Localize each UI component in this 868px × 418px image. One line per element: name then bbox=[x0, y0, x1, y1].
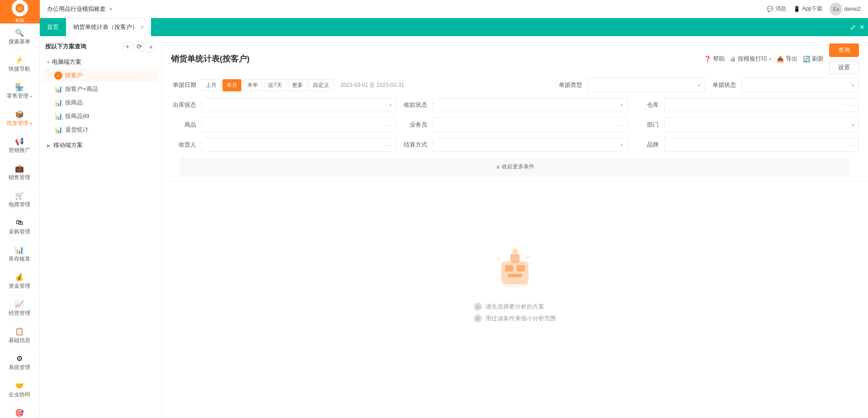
sidebar-item-13[interactable]: 🤝 企业协同 bbox=[7, 376, 33, 404]
refresh-scheme-button[interactable]: ⟳ bbox=[134, 42, 144, 52]
tree-group-arrow-0: ▾ bbox=[47, 60, 49, 65]
salesperson-label: 业务员 bbox=[402, 121, 427, 129]
industry-title: 办公用品行业模拟账套 bbox=[47, 5, 106, 13]
sidebar-item-12[interactable]: ⚙ 系统管理 bbox=[7, 349, 33, 376]
left-panel: 按以下方案查询 + ⟳ « ▾ 电脑端方案 ✓按客户📊按客户+商品📊按商品📊按商… bbox=[40, 36, 162, 418]
menu-icon-7: 🛍 bbox=[15, 218, 24, 227]
menu-label-3: 批发管理 ▲ bbox=[7, 119, 33, 127]
date-btn-更多[interactable]: 更多 bbox=[288, 79, 307, 91]
payment-method-arrow-icon: ▾ bbox=[621, 142, 623, 147]
refresh-label: 刷新 bbox=[812, 55, 824, 63]
print-button[interactable]: 🖨 按模板打印 ▾ bbox=[730, 55, 771, 63]
user-profile[interactable]: Ea demo2 bbox=[830, 3, 861, 15]
tree-group-arrow-1: ▶ bbox=[47, 143, 51, 148]
sidebar-item-1[interactable]: ⚡ 快捷导航 bbox=[7, 51, 33, 78]
sidebar-item-2[interactable]: 🏪 零售管理 ▲ bbox=[7, 78, 33, 105]
menu-icon-2: 🏪 bbox=[15, 82, 24, 91]
payment-status-select[interactable]: ▾ bbox=[433, 98, 627, 112]
industry-dropdown[interactable]: ▾ bbox=[109, 6, 112, 12]
sidebar-item-5[interactable]: 💼 销售管理 bbox=[7, 159, 33, 186]
tab-active[interactable]: 销货单统计表（按客户） × bbox=[66, 18, 151, 36]
svg-point-12 bbox=[496, 270, 498, 271]
tab-home[interactable]: 首页 bbox=[40, 18, 66, 36]
menu-icon-14: 🎯 bbox=[15, 408, 24, 417]
refresh-button[interactable]: 🔄 刷新 bbox=[803, 55, 824, 63]
out-status-arrow-icon: ▾ bbox=[389, 103, 392, 108]
message-icon: 💬 bbox=[767, 6, 774, 12]
menu-icon-10: 📈 bbox=[15, 299, 24, 309]
tree-group-0: ▾ 电脑端方案 ✓按客户📊按客户+商品📊按商品📊按商品99📊退货统计 bbox=[43, 55, 158, 137]
window-maximize-icon[interactable]: ⤢ bbox=[850, 23, 856, 32]
menu-icon-1: ⚡ bbox=[15, 55, 24, 64]
date-btn-自定义[interactable]: 自定义 bbox=[309, 79, 333, 91]
date-btn-近7天[interactable]: 近7天 bbox=[264, 79, 286, 91]
tree-item-icon-0-3: 📊 bbox=[54, 112, 62, 120]
menu-icon-9: 💰 bbox=[15, 272, 24, 281]
tree-group-header-0[interactable]: ▾ 电脑端方案 bbox=[43, 55, 158, 69]
tip-text-1: 请先选择要分析的方案 bbox=[486, 303, 544, 311]
app-download-button[interactable]: 📱 App下载 bbox=[793, 5, 822, 13]
tree-group-header-1[interactable]: ▶ 移动端方案 bbox=[43, 138, 158, 152]
message-button[interactable]: 💬 消息 bbox=[767, 5, 786, 13]
help-button[interactable]: ❓ 帮助 bbox=[704, 55, 725, 63]
sidebar-item-10[interactable]: 📈 经营管理 bbox=[7, 295, 33, 322]
order-status-select[interactable]: ▾ bbox=[741, 78, 859, 92]
warehouse-select[interactable]: ··· bbox=[664, 98, 859, 112]
query-button[interactable]: 查询 bbox=[829, 43, 859, 57]
settings-button[interactable]: 设置 bbox=[829, 61, 859, 74]
filter-row-4: 收货人 ··· 结算方式 ▾ 品牌 ··· bbox=[171, 138, 859, 152]
menu-label-1: 快捷导航 bbox=[9, 65, 30, 73]
add-scheme-button[interactable]: + bbox=[123, 42, 132, 52]
menu-label-6: 电商管理 bbox=[9, 201, 30, 209]
sidebar-item-11[interactable]: 📋 基础信息 bbox=[7, 322, 33, 349]
tabbar: 首页 销货单统计表（按客户） × ⤢ × bbox=[40, 18, 868, 36]
sidebar-item-4[interactable]: 📢 营销推广 bbox=[7, 132, 33, 159]
tab-window-controls: ⤢ × bbox=[850, 23, 864, 32]
filter-area: 单据日期 上月本月本年近7天更多自定义 2023-03-01 至 2023-03… bbox=[162, 78, 868, 182]
sidebar-logo[interactable]: 好 标版 bbox=[0, 0, 40, 24]
tree-item-icon-0-0: ✓ bbox=[54, 71, 62, 80]
date-btn-本年[interactable]: 本年 bbox=[243, 79, 262, 91]
tree-item-0-1[interactable]: 📊按客户+商品 bbox=[43, 82, 158, 96]
help-label: 帮助 bbox=[713, 55, 725, 63]
export-button[interactable]: 📤 导出 bbox=[777, 55, 797, 63]
date-btn-上月[interactable]: 上月 bbox=[202, 79, 221, 91]
svg-rect-5 bbox=[517, 265, 525, 271]
logo-icon: 好 bbox=[12, 0, 28, 16]
payment-method-select[interactable]: ▾ bbox=[433, 138, 627, 152]
sidebar-item-14[interactable]: 🎯 新手引导 bbox=[7, 404, 33, 418]
receiver-select[interactable]: ··· bbox=[202, 138, 396, 152]
left-panel-actions: + ⟳ « bbox=[123, 42, 156, 52]
sidebar-item-8[interactable]: 📊 库存核算 bbox=[7, 241, 33, 268]
date-btn-本月[interactable]: 本月 bbox=[222, 79, 241, 91]
sidebar-item-6[interactable]: 🛒 电商管理 bbox=[7, 186, 33, 214]
window-close-icon[interactable]: × bbox=[859, 23, 864, 32]
payment-method-label: 结算方式 bbox=[402, 141, 427, 149]
menu-label-11: 基础信息 bbox=[9, 337, 30, 344]
out-status-select[interactable]: ▾ bbox=[202, 98, 396, 112]
menu-label-5: 销售管理 bbox=[9, 174, 30, 181]
svg-point-8 bbox=[512, 248, 518, 254]
sidebar-item-7[interactable]: 🛍 采购管理 bbox=[7, 214, 33, 241]
tree-item-0-2[interactable]: 📊按商品 bbox=[43, 96, 158, 109]
sidebar-item-0[interactable]: 🔍 搜索菜单 bbox=[7, 24, 33, 51]
order-type-select[interactable]: ▾ bbox=[588, 78, 705, 92]
department-select[interactable]: ▾ bbox=[664, 118, 859, 132]
tree-item-label-0-1: 按客户+商品 bbox=[65, 85, 98, 93]
tree-item-0-3[interactable]: 📊按商品99 bbox=[43, 109, 158, 123]
menu-label-4: 营销推广 bbox=[9, 147, 30, 154]
tab-close-icon[interactable]: × bbox=[141, 24, 144, 30]
sidebar-item-9[interactable]: 💰 资金管理 bbox=[7, 268, 33, 295]
menu-arrow-${i}: ▲ bbox=[29, 94, 33, 98]
tree-item-0-4[interactable]: 📊退货统计 bbox=[43, 123, 158, 137]
goods-select[interactable]: ··· bbox=[202, 118, 396, 132]
tree-item-label-0-3: 按商品99 bbox=[65, 112, 89, 120]
brand-select[interactable]: ··· bbox=[664, 138, 859, 152]
goods-label: 商品 bbox=[171, 121, 196, 129]
tree-item-0-0[interactable]: ✓按客户 bbox=[43, 69, 158, 82]
salesperson-select[interactable]: ··· bbox=[433, 118, 627, 132]
collapse-more-button[interactable]: ∧ 收起更多条件 bbox=[493, 160, 537, 173]
filter-row-3: 商品 ··· 业务员 ··· 部门 ▾ bbox=[171, 118, 859, 132]
sidebar-item-3[interactable]: 📦 批发管理 ▲ bbox=[7, 105, 33, 132]
collapse-panel-button[interactable]: « bbox=[146, 42, 156, 52]
